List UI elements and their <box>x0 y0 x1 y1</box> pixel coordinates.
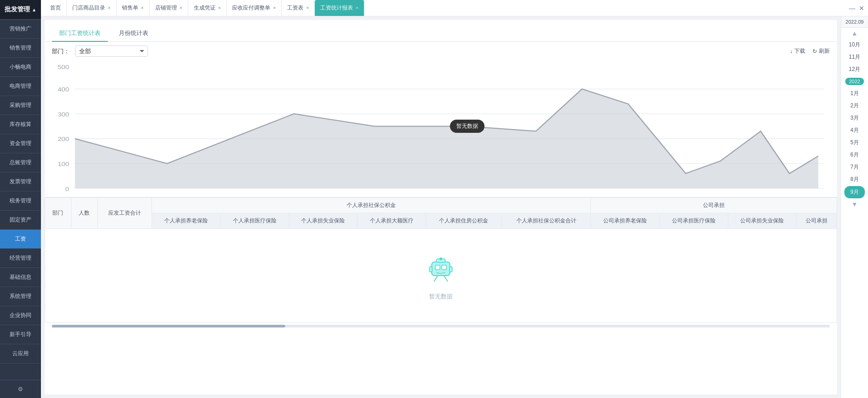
cal-nav: ▲ 10月11月12月20221月2月3月4月5月6月7月8月9月 ▼ <box>841 28 868 210</box>
table-area[interactable]: 部门 人数 应发工资合计 个人承担社保公积金 公司承担 个人承担养老保险 个人承… <box>45 197 837 394</box>
sidebar-item-新手引导[interactable]: 新手引导 <box>0 325 41 344</box>
sidebar-item-经营管理[interactable]: 经营管理 <box>0 249 41 268</box>
top-tab-店铺管理[interactable]: 店铺管理× <box>150 0 188 16</box>
cal-month-5月[interactable]: 5月 <box>842 136 867 149</box>
sidebar-item-销售管理[interactable]: 销售管理 <box>0 39 41 58</box>
top-tab-工资表[interactable]: 工资表× <box>282 0 315 16</box>
th-dept: 部门 <box>45 198 71 229</box>
area-chart: 0 100 200 300 400 500 <box>52 64 830 193</box>
tab-close-工资统计报表[interactable]: × <box>356 5 358 10</box>
cal-month-1月[interactable]: 1月 <box>842 87 867 100</box>
svg-point-20 <box>439 257 442 260</box>
sidebar-item-营销推广[interactable]: 营销推广 <box>0 20 41 39</box>
svg-rect-13 <box>435 265 440 270</box>
toolbar: 部门： 全部 ↓ 下载 ↻ 刷新 <box>45 42 837 60</box>
sidebar-item-总账管理[interactable]: 总账管理 <box>0 153 41 172</box>
sidebar-item-电商管理[interactable]: 电商管理 <box>0 77 41 96</box>
th-personal-total: 个人承担社保公积金合计 <box>501 213 591 229</box>
tab-close-应收应付调整单[interactable]: × <box>273 5 276 10</box>
th-personal-major-medical: 个人承担大额医疗 <box>358 213 426 229</box>
sidebar-footer-settings[interactable]: ⚙ <box>0 380 41 398</box>
top-tab-门店商品目录[interactable]: 门店商品目录× <box>67 0 116 16</box>
top-tab-工资统计报表[interactable]: 工资统计报表× <box>315 0 364 16</box>
main-area: 首页门店商品目录×销售单×店铺管理×生成凭证×应收应付调整单×工资表×工资统计报… <box>41 0 868 398</box>
cal-month-8月[interactable]: 8月 <box>842 173 867 186</box>
toolbar-left: 部门： 全部 <box>52 45 148 57</box>
cal-month-11月[interactable]: 11月 <box>842 51 867 63</box>
refresh-icon: ↻ <box>812 48 817 55</box>
th-personal-social: 个人承担社保公积金 <box>152 198 591 213</box>
cal-month-7月[interactable]: 7月 <box>842 161 867 173</box>
top-tab-首页[interactable]: 首页 <box>45 0 67 16</box>
cal-month-4月[interactable]: 4月 <box>842 124 867 136</box>
empty-cell: 暂无数据 <box>45 229 837 323</box>
top-tab-销售单[interactable]: 销售单× <box>116 0 150 16</box>
tab-close-销售单[interactable]: × <box>141 5 144 10</box>
sidebar-item-采购管理[interactable]: 采购管理 <box>0 96 41 115</box>
cal-month-2月[interactable]: 2月 <box>842 100 867 112</box>
svg-text:400: 400 <box>58 86 69 93</box>
chart-area: 0 100 200 300 400 500 <box>45 60 837 197</box>
svg-text:0: 0 <box>66 186 70 192</box>
empty-robot-icon <box>423 251 459 287</box>
sidebar-item-系统管理[interactable]: 系统管理 <box>0 287 41 306</box>
svg-text:500: 500 <box>58 64 69 71</box>
cal-month-10月[interactable]: 10月 <box>842 39 867 51</box>
horizontal-scrollbar[interactable] <box>52 325 830 327</box>
svg-rect-14 <box>442 265 446 270</box>
sidebar-item-小畅电商[interactable]: 小畅电商 <box>0 58 41 77</box>
sidebar-item-库存核算[interactable]: 库存核算 <box>0 115 41 134</box>
th-personal-pension: 个人承担养老保险 <box>152 213 221 229</box>
sidebar-item-固定资产[interactable]: 固定资产 <box>0 211 41 230</box>
sidebar-item-企业协同[interactable]: 企业协同 <box>0 306 41 325</box>
table-empty-text: 暂无数据 <box>429 292 453 301</box>
tab-month-stats[interactable]: 月份统计表 <box>111 25 156 42</box>
sidebar-toggle-icon[interactable]: ▲ <box>32 7 36 12</box>
minimize-icon[interactable]: — <box>849 5 855 12</box>
tab-close-生成凭证[interactable]: × <box>218 5 221 10</box>
download-icon: ↓ <box>790 48 792 55</box>
table-header-row-2: 个人承担养老保险 个人承担医疗保险 个人承担失业保险 个人承担大额医疗 个人承担… <box>45 213 837 229</box>
download-button[interactable]: ↓ 下载 <box>790 47 805 55</box>
tab-close-门店商品目录[interactable]: × <box>108 5 111 10</box>
refresh-label: 刷新 <box>819 47 830 55</box>
tab-close-工资表[interactable]: × <box>306 5 309 10</box>
cal-month-3月[interactable]: 3月 <box>842 112 867 124</box>
sidebar-item-基础信息[interactable]: 基础信息 <box>0 268 41 287</box>
close-icon[interactable]: ✕ <box>859 5 864 12</box>
dept-select[interactable]: 全部 <box>75 45 148 57</box>
sidebar-item-工资[interactable]: 工资 <box>0 230 41 249</box>
sub-tabs-bar: 部门工资统计表 月份统计表 <box>45 20 837 42</box>
cal-month-6月[interactable]: 6月 <box>842 149 867 161</box>
sidebar-header: 批发管理 ▲ <box>0 0 41 20</box>
svg-text:100: 100 <box>58 161 69 167</box>
tab-close-店铺管理[interactable]: × <box>180 5 182 10</box>
cal-next-btn[interactable]: ▼ <box>841 199 868 210</box>
scrollbar-thumb <box>52 325 285 327</box>
svg-rect-17 <box>429 267 432 272</box>
table-header-row-1: 部门 人数 应发工资合计 个人承担社保公积金 公司承担 <box>45 198 837 213</box>
tab-dept-salary[interactable]: 部门工资统计表 <box>52 25 108 42</box>
sidebar: 批发管理 ▲ 营销推广销售管理小畅电商电商管理采购管理库存核算资金管理总账管理发… <box>0 0 41 398</box>
cal-month-9月[interactable]: 9月 <box>844 186 864 198</box>
svg-rect-18 <box>449 267 452 272</box>
sidebar-item-云应用[interactable]: 云应用 <box>0 344 41 363</box>
th-company-medical: 公司承担医疗保险 <box>660 213 728 229</box>
empty-state: 暂无数据 <box>50 232 832 319</box>
toolbar-right: ↓ 下载 ↻ 刷新 <box>790 47 830 55</box>
th-company-pension: 公司承担养老保险 <box>591 213 660 229</box>
download-label: 下载 <box>794 47 805 55</box>
cal-year-label: 2022.09 <box>841 16 868 28</box>
svg-line-15 <box>434 276 438 282</box>
calendar-panel: 2022.09 ▲ 10月11月12月20221月2月3月4月5月6月7月8月9… <box>841 16 868 398</box>
sidebar-item-税务管理[interactable]: 税务管理 <box>0 191 41 211</box>
sidebar-item-资金管理[interactable]: 资金管理 <box>0 134 41 153</box>
top-tab-生成凭证[interactable]: 生成凭证× <box>188 0 227 16</box>
th-personal-housing: 个人承担住房公积金 <box>426 213 501 229</box>
sidebar-item-发票管理[interactable]: 发票管理 <box>0 172 41 191</box>
cal-month-12月[interactable]: 12月 <box>842 63 867 76</box>
cal-year-badge-row: 2022 <box>842 76 867 87</box>
cal-prev-btn[interactable]: ▲ <box>841 28 868 39</box>
top-tab-应收应付调整单[interactable]: 应收应付调整单× <box>227 0 282 16</box>
refresh-button[interactable]: ↻ 刷新 <box>812 47 830 55</box>
